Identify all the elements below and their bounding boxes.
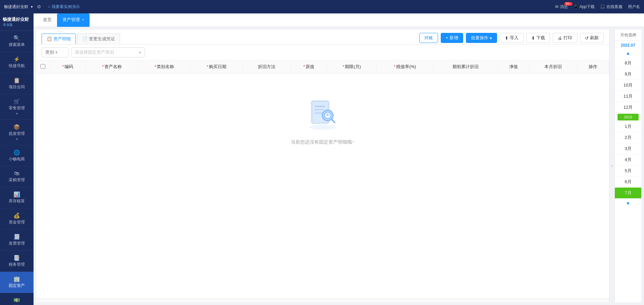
voucher-icon: 📄 — [82, 36, 88, 41]
current-year-label: 2022.07 — [615, 41, 641, 48]
month-item-2023-1[interactable]: 1月 — [615, 121, 641, 132]
import-button[interactable]: ⬆ 导入 — [500, 33, 524, 43]
sub-tab-change-voucher[interactable]: 📄 变更生成凭证 — [77, 34, 120, 44]
asset-table: *编码 *资产名称 *类别名称 *购买日期 折旧方法 *原值 *期限(月) *残… — [36, 60, 609, 73]
page-content: 📋 资产明细 📄 变更生成凭证 对账 + 新增 — [36, 30, 641, 302]
batch-ops-button[interactable]: 批量操作 ▾ — [466, 33, 497, 43]
th-checkbox — [36, 60, 50, 73]
tab-home[interactable]: 首页 — [38, 13, 57, 27]
top-bar-right: ✉ 消息 99+ 📱 App下载 🎧 在线客服 用户名 — [555, 4, 640, 10]
wholesale-icon: 📦 — [13, 124, 20, 130]
scroll-area — [36, 298, 609, 302]
month-nav-down-button[interactable]: ▼ — [624, 200, 633, 207]
sidebar-item-fixed-assets[interactable]: 🏢 固定资产 — [0, 272, 34, 293]
top-bar: 畅捷通好业财 ▾ ⚙ ○ 我要看实例演示 ✉ 消息 99+ 📱 App下载 🎧 … — [0, 0, 644, 13]
category-type-select[interactable]: 类别 ▾ — [42, 47, 68, 57]
sidebar-label-purchase: 采购管理 — [9, 177, 25, 183]
th-operations: 操作 — [577, 60, 609, 73]
month-panel: 月份选择 2022.07 ▲ 8月 9月 10月 11月 12月 2023 1月… — [614, 30, 641, 302]
settings-icon[interactable]: ⚙ — [37, 4, 41, 9]
month-item-2023-6[interactable]: 6月 — [615, 176, 641, 188]
svg-point-0 — [309, 124, 336, 130]
th-purchase-date: *购买日期 — [191, 60, 243, 73]
sidebar-label-inventory: 库存核算 — [9, 198, 25, 204]
sub-tab-bar: 📋 资产明细 📄 变更生成凭证 对账 + 新增 — [36, 30, 609, 45]
download-button[interactable]: ⬇ 下载 — [526, 33, 550, 43]
message-button[interactable]: ✉ 消息 99+ — [555, 4, 568, 10]
sidebar-label-invoice: 发票管理 — [9, 241, 25, 246]
category-chevron: ▾ — [139, 50, 141, 55]
svg-rect-4 — [315, 109, 323, 110]
sidebar-label-tax: 税务管理 — [9, 262, 25, 267]
tax-icon: 📑 — [13, 255, 20, 261]
month-item-8[interactable]: 8月 — [615, 58, 641, 69]
sidebar-logo: 畅捷通好业财 专业版 — [0, 13, 34, 31]
invoice-icon: 🧾 — [13, 234, 20, 240]
online-service-button[interactable]: 🎧 在线客服 — [600, 4, 623, 10]
sidebar-item-wholesale[interactable]: 📦 批发管理 ▾ — [0, 120, 34, 145]
main-layout: 畅捷通好业财 专业版 🔍 搜索菜单 ⚡ 快捷导航 📋 项目合同 🛒 零售管理 ▾… — [0, 13, 644, 305]
demo-link[interactable]: ○ 我要看实例演示 — [48, 4, 80, 10]
content-area: 首页 资产管理 × 📋 资产明细 📄 变更生成凭证 — [34, 13, 644, 305]
month-item-11[interactable]: 11月 — [615, 91, 641, 102]
message-icon: ✉ — [555, 4, 558, 9]
sidebar-item-project[interactable]: 📋 项目合同 — [0, 73, 34, 94]
month-item-2023-7[interactable]: 7月 — [615, 188, 641, 199]
sidebar-label-finance: 资金管理 — [9, 219, 25, 225]
company-dropdown[interactable]: ▾ — [31, 5, 33, 9]
sidebar-item-ecommerce[interactable]: 🌐 小畅电商 — [0, 145, 34, 166]
reconcile-button[interactable]: 对账 — [419, 33, 438, 43]
th-accumulated-depreciation: 期初累计折旧 — [433, 60, 497, 73]
sidebar-item-salary[interactable]: 💵 工资 — [0, 293, 34, 305]
refresh-icon: ↺ — [585, 36, 589, 41]
select-all-checkbox[interactable] — [41, 64, 45, 69]
th-net-value: 净值 — [497, 60, 529, 73]
sub-tab-asset-detail[interactable]: 📋 资产明细 — [42, 34, 76, 44]
inventory-icon: 📊 — [13, 191, 20, 198]
sidebar-item-tax[interactable]: 📑 税务管理 — [0, 251, 34, 272]
batch-dropdown-icon: ▾ — [490, 36, 492, 41]
year-2023-badge: 2023 — [618, 114, 639, 120]
headset-icon: 🎧 — [600, 4, 605, 9]
salary-icon: 💵 — [13, 297, 20, 303]
svg-rect-3 — [315, 106, 325, 107]
month-item-2023-5[interactable]: 5月 — [615, 165, 641, 176]
message-badge: 99+ — [564, 2, 573, 6]
sidebar-item-retail[interactable]: 🛒 零售管理 ▾ — [0, 94, 34, 120]
th-residual-rate: *残值率(%) — [377, 60, 433, 73]
month-item-9[interactable]: 9月 — [615, 69, 641, 80]
project-icon: 📋 — [13, 77, 20, 84]
quick-nav-icon: ⚡ — [13, 56, 20, 62]
sidebar-item-inventory[interactable]: 📊 库存核算 — [0, 187, 34, 208]
month-item-2023-2[interactable]: 2月 — [615, 132, 641, 143]
tab-asset-management[interactable]: 资产管理 × — [57, 13, 90, 27]
app-title: 畅捷通好业财 — [4, 4, 28, 10]
month-panel-collapse-button[interactable]: ‹ — [609, 30, 614, 302]
month-item-12[interactable]: 12月 — [615, 102, 641, 113]
filter-bar: 类别 ▾ 请选择固定资产类别 ▾ — [36, 45, 609, 60]
svg-line-8 — [332, 119, 335, 122]
th-monthly-depreciation: 本月折旧 — [529, 60, 577, 73]
th-depreciation-method: 折旧方法 — [243, 60, 291, 73]
app-download-button[interactable]: 📱 App下载 — [573, 4, 595, 10]
purchase-icon: 🛍 — [14, 170, 19, 176]
category-input[interactable]: 请选择固定资产类别 ▾ — [71, 47, 145, 57]
month-panel-header: 月份选择 — [615, 30, 641, 41]
month-item-2023-4[interactable]: 4月 — [615, 154, 641, 165]
month-nav-up-button[interactable]: ▲ — [624, 50, 633, 56]
sidebar-item-quick-nav[interactable]: ⚡ 快捷导航 — [0, 52, 34, 73]
sidebar-label-ecommerce: 小畅电商 — [9, 156, 25, 162]
sidebar-item-search[interactable]: 🔍 搜索菜单 — [0, 31, 34, 52]
add-button[interactable]: + 新增 — [441, 33, 463, 43]
sidebar-item-finance[interactable]: 💰 资金管理 — [0, 208, 34, 230]
print-button[interactable]: 🖨 打印 — [553, 33, 577, 43]
tab-close-asset-management[interactable]: × — [82, 17, 84, 22]
download-icon: ⬇ — [531, 36, 535, 41]
month-item-2023-3[interactable]: 3月 — [615, 143, 641, 154]
refresh-button[interactable]: ↺ 刷新 — [580, 33, 604, 43]
empty-text: 当前您还没有固定资产明细哦~ — [291, 139, 355, 145]
month-nav-down: ▼ — [615, 199, 641, 208]
sidebar-item-purchase[interactable]: 🛍 采购管理 — [0, 166, 34, 187]
sidebar-item-invoice[interactable]: 🧾 发票管理 — [0, 230, 34, 251]
month-item-10[interactable]: 10月 — [615, 80, 641, 91]
